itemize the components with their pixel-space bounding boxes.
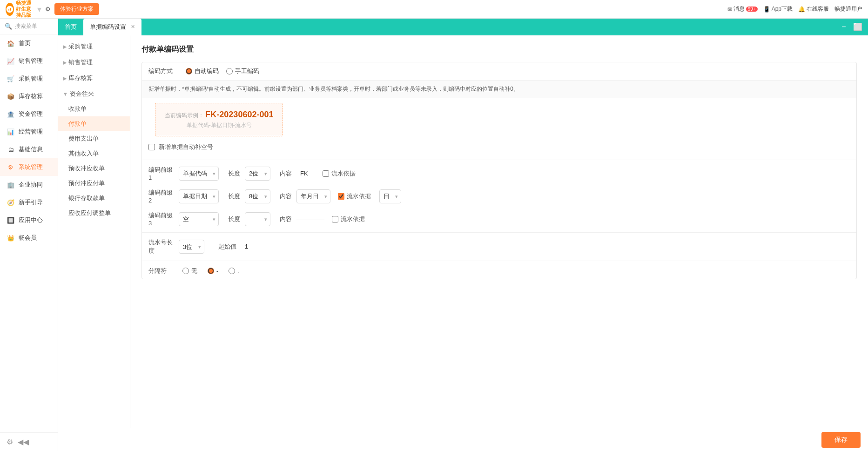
inventory-icon: 📦	[7, 92, 15, 101]
sidebar-item-guide[interactable]: 🧭 新手引导	[0, 194, 58, 211]
sales-icon: 📈	[7, 57, 15, 65]
tab-home[interactable]: 首页	[58, 19, 83, 35]
sidebar-item-system[interactable]: ⚙ 系统管理	[0, 158, 58, 176]
app-download-label: App下载	[772, 5, 793, 13]
left-menu-item-payment[interactable]: 付款单	[58, 116, 130, 131]
prefix3-stream-label: 流水依据	[341, 215, 365, 223]
message-icon-group[interactable]: ✉ 消息 99+	[727, 5, 758, 13]
separator-none-label: 无	[191, 267, 197, 275]
separator-dash-option[interactable]: -	[208, 268, 218, 275]
prefix3-length-select[interactable]: 2位 4位	[245, 212, 270, 226]
service-icon: 🔔	[798, 6, 805, 13]
prefix3-content-value	[296, 218, 324, 220]
prefix3-length-wrapper[interactable]: 2位 4位	[245, 212, 270, 226]
nav-expand-icon[interactable]: ▾	[37, 4, 41, 14]
auto-fill-checkbox[interactable]	[148, 144, 155, 150]
serial-length-select[interactable]: 3位 4位 5位	[179, 240, 204, 254]
settings-icon[interactable]: ⚙	[45, 6, 51, 13]
separator-dash-radio[interactable]	[208, 268, 214, 274]
left-menu-item-advance-recv[interactable]: 预收冲应收单	[58, 161, 130, 176]
guide-icon: 🧭	[7, 198, 15, 207]
separator-dot-radio[interactable]	[229, 268, 235, 274]
preview-code: FK-20230602-001	[205, 110, 273, 119]
prefix3-select[interactable]: 空 单据代码 单据日期	[179, 212, 219, 226]
sidebar-item-base[interactable]: 🗂 基础信息	[0, 141, 58, 158]
prefix1-stream-checkbox[interactable]	[323, 170, 329, 177]
start-value-label: 起始值	[218, 242, 236, 251]
sidebar-item-label: 库存核算	[19, 92, 43, 101]
left-menu-item-expense[interactable]: 费用支出单	[58, 131, 130, 146]
sidebar-search[interactable]: 🔍 搜索菜单	[0, 19, 58, 34]
sidebar-item-member[interactable]: 👑 畅会员	[0, 229, 58, 247]
sidebar-item-sales[interactable]: 📈 销售管理	[0, 52, 58, 70]
left-menu-inventory-title[interactable]: ▶ 库存核算	[58, 71, 130, 86]
sidebar-settings-btn[interactable]: ⚙	[7, 438, 13, 446]
save-button[interactable]: 保存	[821, 432, 861, 448]
manual-encode-option[interactable]: 手工编码	[226, 67, 259, 75]
separator-dot-option[interactable]: .	[229, 268, 239, 275]
sidebar-collapse-btn[interactable]: ◀◀	[18, 438, 29, 446]
manual-encode-radio[interactable]	[226, 68, 233, 74]
prefix2-content-wrapper[interactable]: 年月日 年月 年	[296, 189, 330, 203]
sidebar-item-apps[interactable]: 🔲 应用中心	[0, 211, 58, 229]
experience-button[interactable]: 体验行业方案	[54, 3, 99, 15]
tab-minimize-btn[interactable]: −	[838, 21, 849, 33]
operation-icon: 📊	[7, 128, 15, 136]
prefix2-content-select[interactable]: 年月日 年月 年	[296, 189, 330, 203]
sidebar-item-purchase[interactable]: 🛒 采购管理	[0, 70, 58, 88]
left-menu-item-bank[interactable]: 银行存取款单	[58, 191, 130, 206]
prefix2-select[interactable]: 单据日期 单据代码 空	[179, 189, 219, 203]
left-menu-item-ap-adj[interactable]: 应收应付调整单	[58, 206, 130, 221]
separator-none-radio[interactable]	[182, 268, 189, 274]
separator-dot-label: .	[237, 268, 239, 275]
tab-serial-label: 单据编码设置	[90, 23, 126, 31]
prefix2-select-wrapper[interactable]: 单据日期 单据代码 空	[179, 189, 219, 203]
sidebar-item-finance[interactable]: 🏦 资金管理	[0, 105, 58, 123]
user-info[interactable]: 畅捷通用户	[834, 5, 862, 13]
left-menu-group-inventory: ▶ 库存核算	[58, 71, 130, 86]
preview-box: 当前编码示例： FK-20230602-001 单据代码-单据日期-流水号	[155, 103, 283, 136]
separator-none-option[interactable]: 无	[182, 267, 197, 275]
prefix1-select-wrapper[interactable]: 单据代码 单据日期 空	[179, 167, 219, 181]
auto-encode-radio[interactable]	[186, 68, 192, 74]
auto-fill-label: 新增单据自动补空号	[159, 143, 213, 151]
start-value-input[interactable]	[241, 241, 327, 252]
sidebar-item-corp[interactable]: 🏢 企业协同	[0, 176, 58, 194]
prefix3-stream-checkbox[interactable]	[332, 216, 338, 222]
tab-close-icon[interactable]: ✕	[131, 24, 135, 30]
auto-encode-option[interactable]: 自动编码	[186, 67, 219, 75]
left-menu-capital-title[interactable]: ▼ 资金往来	[58, 87, 130, 101]
sidebar-item-home[interactable]: 🏠 首页	[0, 34, 58, 52]
prefix1-length-select[interactable]: 2位 3位 4位	[245, 167, 270, 181]
prefix2-date-unit-wrapper[interactable]: 日 月 年	[379, 189, 401, 203]
prefix2-label: 编码前缀2	[148, 188, 174, 204]
prefix3-select-wrapper[interactable]: 空 单据代码 单据日期	[179, 212, 219, 226]
prefix1-select[interactable]: 单据代码 单据日期 空	[179, 167, 219, 181]
sidebar-item-operation[interactable]: 📊 经营管理	[0, 123, 58, 141]
prefix2-length-wrapper[interactable]: 8位 4位 6位	[245, 189, 270, 203]
prefix1-length-wrapper[interactable]: 2位 3位 4位	[245, 167, 270, 181]
left-menu-item-other-income[interactable]: 其他收入单	[58, 146, 130, 161]
divider-3	[142, 261, 856, 261]
sidebar-item-inventory[interactable]: 📦 库存核算	[0, 88, 58, 105]
left-menu-item-advance-pay[interactable]: 预付冲应付单	[58, 176, 130, 191]
prefix1-content-value: FK	[296, 169, 315, 178]
tabs-bar: 首页 单据编码设置 ✕ − ⬜	[58, 19, 868, 35]
prefix3-content-label: 内容	[280, 215, 292, 223]
left-menu-item-receipts[interactable]: 收款单	[58, 101, 130, 116]
chevron-down-icon: ▼	[63, 91, 68, 97]
tab-serial[interactable]: 单据编码设置 ✕	[83, 19, 141, 35]
prefix2-length-select[interactable]: 8位 4位 6位	[245, 189, 270, 203]
sidebar-item-label: 应用中心	[19, 216, 43, 224]
manual-encode-label: 手工编码	[235, 67, 259, 75]
serial-length-wrapper[interactable]: 3位 4位 5位	[179, 240, 204, 254]
prefix2-stream-checkbox[interactable]	[338, 193, 344, 200]
online-service-link[interactable]: 🔔 在线客服	[798, 5, 829, 13]
tab-maximize-btn[interactable]: ⬜	[852, 21, 863, 33]
prefix3-length-label: 长度	[228, 215, 240, 223]
left-menu-sales-title[interactable]: ▶ 销售管理	[58, 55, 130, 70]
prefix1-row: 编码前缀1 单据代码 单据日期 空 长度 2位 3位 4位	[142, 162, 856, 185]
prefix2-date-unit-select[interactable]: 日 月 年	[379, 189, 401, 203]
app-download-link[interactable]: 📱 App下载	[763, 5, 793, 13]
left-menu-purchase-title[interactable]: ▶ 采购管理	[58, 39, 130, 54]
